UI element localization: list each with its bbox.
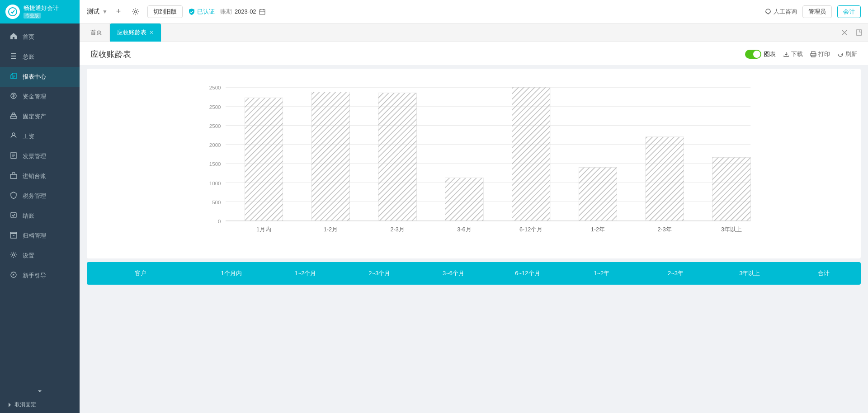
svg-point-16: [134, 10, 137, 13]
sidebar-label-guide: 新手引导: [23, 272, 46, 280]
guide-icon: [9, 271, 18, 280]
ar-aging-table: 客户 1个月内 1~2个月 2~3个月 3~6个月 6~12个月: [87, 262, 861, 285]
bar-6-12月: [512, 87, 550, 221]
certified-label: 已认证: [197, 8, 215, 16]
table-header: 客户 1个月内 1~2个月 2~3个月 3~6个月 6~12个月: [87, 262, 861, 285]
tab-close-icon[interactable]: ✕: [149, 30, 154, 35]
sidebar-label-invoice: 发票管理: [23, 152, 46, 160]
download-label: 下载: [791, 50, 803, 58]
sidebar-label-home: 首页: [23, 33, 34, 41]
settings-icon: [9, 251, 18, 260]
sidebar-item-payroll[interactable]: 工资: [0, 127, 80, 146]
bar-3-6月: [445, 178, 483, 221]
period-value: 2023-02: [235, 8, 256, 15]
home-icon: [9, 33, 18, 42]
svg-point-8: [12, 133, 15, 136]
role-button[interactable]: 会计: [837, 5, 861, 18]
main-area: 测试 ▼ + 切到旧版 已认证 账期 2023-02: [80, 0, 868, 413]
bar-1-2月: [311, 92, 349, 221]
bar-3年以上: [712, 157, 750, 221]
sidebar-item-ledger[interactable]: 总账: [0, 47, 80, 67]
sidebar-label-archive: 归档管理: [23, 232, 46, 240]
chart-container: 0 500 1000 1500 2000 2500 2500 2500: [87, 69, 861, 258]
sidebar-item-inventory[interactable]: 进销台账: [0, 166, 80, 186]
toggle-thumb: [753, 51, 760, 58]
page-header: 应收账龄表 图表 下载: [80, 42, 868, 65]
user-button[interactable]: 管理员: [802, 5, 832, 18]
accounting-period: 账期 2023-02: [220, 8, 265, 16]
print-button[interactable]: 打印: [810, 50, 830, 58]
company-dropdown-arrow: ▼: [102, 9, 108, 15]
sidebar-nav: 首页 总账 报表中心: [0, 23, 80, 387]
col-header-3-6month: 3~6个月: [416, 262, 491, 285]
page-title: 应收账龄表: [90, 49, 131, 60]
sidebar-item-home[interactable]: 首页: [0, 27, 80, 47]
svg-text:1-2月: 1-2月: [324, 226, 338, 233]
svg-rect-17: [259, 9, 265, 14]
add-button[interactable]: +: [113, 6, 124, 17]
svg-rect-10: [10, 174, 17, 178]
tab-close-window-button[interactable]: [839, 27, 850, 38]
col-header-2-3month: 2~3个月: [342, 262, 416, 285]
sidebar-label-closing: 结账: [23, 212, 34, 220]
svg-text:6-12个月: 6-12个月: [519, 226, 542, 233]
chart-toggle[interactable]: 图表: [745, 50, 776, 59]
unpin-sidebar-button[interactable]: 取消固定: [0, 396, 80, 413]
inventory-icon: [9, 172, 18, 181]
toggle-track[interactable]: [745, 50, 761, 59]
tab-ar-aging[interactable]: 应收账龄表 ✕: [110, 23, 161, 42]
svg-text:0: 0: [218, 218, 221, 224]
tab-maximize-button[interactable]: [854, 27, 864, 38]
svg-rect-13: [10, 232, 17, 234]
chart-toggle-label: 图表: [764, 50, 776, 58]
sidebar-label-asset: 固定资产: [23, 113, 46, 121]
sidebar-item-report[interactable]: 报表中心: [0, 67, 80, 87]
content-area: 应收账龄表 图表 下载: [80, 42, 868, 413]
sidebar-item-archive[interactable]: 归档管理: [0, 226, 80, 246]
sidebar-item-guide[interactable]: 新手引导: [0, 266, 80, 286]
certified-status: 已认证: [188, 8, 215, 16]
col-header-1-2year: 1~2年: [565, 262, 639, 285]
download-button[interactable]: 下载: [783, 50, 803, 58]
svg-rect-11: [11, 212, 16, 218]
svg-text:2-3月: 2-3月: [390, 226, 404, 233]
switch-version-button[interactable]: 切到旧版: [147, 5, 183, 18]
svg-rect-5: [10, 116, 17, 118]
tab-home-label: 首页: [90, 28, 102, 37]
col-header-total: 合计: [787, 262, 861, 285]
tab-home[interactable]: 首页: [83, 23, 110, 42]
svg-point-14: [13, 254, 15, 256]
sidebar-item-tax[interactable]: 税务管理: [0, 186, 80, 206]
sidebar-item-invoice[interactable]: 发票管理: [0, 146, 80, 166]
svg-rect-1: [11, 53, 16, 54]
sidebar-item-settings[interactable]: 设置: [0, 246, 80, 266]
archive-icon: [9, 231, 18, 240]
company-selector[interactable]: 测试 ▼: [87, 8, 108, 16]
sidebar-item-closing[interactable]: 结账: [0, 206, 80, 226]
col-header-3year-plus: 3年以上: [712, 262, 787, 285]
settings-button[interactable]: [129, 5, 142, 18]
sidebar-scroll-down[interactable]: [0, 387, 80, 396]
print-icon: [810, 51, 816, 57]
svg-text:1-2年: 1-2年: [591, 226, 605, 233]
tab-ar-aging-label: 应收账龄表: [117, 28, 146, 37]
page-actions: 图表 下载 打印: [745, 50, 857, 59]
sidebar-label-inventory: 进销台账: [23, 172, 46, 180]
app-name: 畅捷通好会计: [24, 5, 59, 12]
svg-text:2000: 2000: [209, 142, 221, 148]
svg-rect-7: [13, 113, 14, 114]
col-header-1-2month: 1~2个月: [269, 262, 343, 285]
bar-1-2年: [579, 167, 617, 221]
sidebar-item-asset[interactable]: 固定资产: [0, 107, 80, 127]
consult-button[interactable]: 人工咨询: [764, 8, 797, 16]
report-icon: [9, 72, 18, 81]
refresh-button[interactable]: 刷新: [837, 50, 857, 58]
sidebar-label-fund: 资金管理: [23, 93, 46, 101]
svg-text:2500: 2500: [209, 104, 221, 110]
payroll-icon: [9, 132, 18, 141]
svg-text:1500: 1500: [209, 161, 221, 167]
svg-rect-19: [856, 30, 862, 35]
topbar: 测试 ▼ + 切到旧版 已认证 账期 2023-02: [80, 0, 868, 23]
sidebar-item-fund[interactable]: 资金管理: [0, 87, 80, 107]
col-header-1month: 1个月内: [194, 262, 269, 285]
